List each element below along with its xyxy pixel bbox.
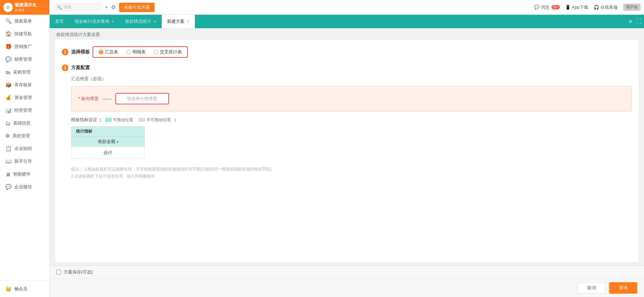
- tabs-right-controls: ✕ ⛶: [628, 18, 644, 25]
- tab-bank[interactable]: 现金银行流水查询 ✕: [69, 15, 120, 28]
- download-icon: 📱: [565, 5, 571, 10]
- tabs-close-icon[interactable]: ✕: [628, 18, 633, 25]
- notification-item[interactable]: 💬 消息 99+: [534, 4, 560, 10]
- step2-header: 2 方案配置: [62, 64, 632, 71]
- sidebar-item-search[interactable]: 🔍 搜索菜单: [0, 15, 49, 28]
- operations-icon: 📊: [5, 107, 12, 113]
- template-radio-group: 汇总表 明细表 交叉统计表: [93, 46, 188, 58]
- logo-icon: B: [3, 3, 13, 12]
- finance-icon: 💰: [5, 95, 12, 101]
- step1-section: 1 选择模板 汇总表 明细表 交: [62, 46, 632, 58]
- logo-text: 畅捷通好生: [15, 2, 37, 8]
- tips-area: 提示： 1.拖动标题栏可以调整布局，不可跨维度或指标区域拖动栏目字段(只能在同一…: [71, 166, 632, 179]
- tab-collection-close[interactable]: ✕: [153, 15, 156, 28]
- member-icon: 👑: [5, 286, 12, 292]
- dimension-selector[interactable]: 请选择分组维度: [115, 93, 169, 104]
- tab-bar: 首页 现金银行流水查询 ✕ 收款情况统计 ✕ 新建方案 ✕ ✕ ⛶: [50, 15, 644, 28]
- step1-title: 选择模板: [71, 49, 90, 55]
- tab-new-plan-close[interactable]: ✕: [186, 15, 190, 28]
- sidebar-item-base[interactable]: 🗂 基础信息: [0, 117, 49, 130]
- legend-fixed: 不可拖动位置: [139, 117, 171, 123]
- vertical-label: * 纵向维度: [78, 96, 99, 102]
- footer-bar: 取消 查询: [50, 279, 644, 297]
- purchase-icon: 🛍: [5, 69, 10, 75]
- vertical-dimension-row: * 纵向维度 —— 请选择分组维度: [78, 93, 625, 104]
- hardware-icon: 🖥: [5, 171, 10, 177]
- save-area: 方案保存(可选): [50, 265, 644, 279]
- tab-home-label: 首页: [55, 15, 64, 28]
- radio-detail-circle: [126, 50, 131, 54]
- sales-icon: 💬: [5, 56, 12, 62]
- sidebar-item-finance[interactable]: 💰 资金管理: [0, 91, 49, 104]
- sidebar-item-newbie[interactable]: 📖 新手引导: [0, 155, 49, 168]
- notification-icon: 💬: [534, 5, 539, 10]
- caret-icon: ▾: [117, 140, 118, 144]
- topbar-right: 💬 消息 99+ 📱 App下载 🎧 在线客服 用户名: [534, 4, 641, 11]
- tip2: 2.点击标题栏下拉可设置排序、插入列和删除列: [71, 174, 632, 179]
- sidebar-item-inventory[interactable]: 📦 库存核算: [0, 79, 49, 91]
- main-area: 🔍 搜索 ▾ ⚙ 体验行业方案 💬 消息 99+ 📱 App下载 🎧 在线客服 …: [50, 0, 644, 297]
- tab-collection-label: 收款情况统计: [125, 15, 151, 28]
- sidebar-item-hardware[interactable]: 🖥 智能硬件: [0, 168, 49, 181]
- radio-cross[interactable]: 交叉统计表: [154, 49, 182, 55]
- tab-new-plan[interactable]: 新建方案 ✕: [162, 15, 195, 28]
- breadcrumb: 收款情况统计方案设置: [56, 32, 100, 37]
- sidebar-item-wechat[interactable]: 💬 企业微信: [0, 181, 49, 193]
- page-body: 1 选择模板 汇总表 明细表 交: [55, 40, 639, 262]
- tab-bank-close[interactable]: ✕: [111, 15, 114, 28]
- newbie-icon: 📖: [5, 158, 12, 164]
- page-header: 收款情况统计方案设置: [50, 28, 644, 40]
- search-icon: 🔍: [5, 18, 12, 24]
- sidebar-item-member[interactable]: 👑 畅会员: [0, 284, 49, 294]
- tab-home[interactable]: 首页: [50, 15, 69, 28]
- sidebar-item-enterprise[interactable]: 📋 企业协同: [0, 142, 49, 155]
- home-icon: 🏠: [5, 31, 12, 37]
- query-button[interactable]: 查询: [609, 282, 637, 294]
- legend-movable: 可拖动位置: [105, 117, 133, 123]
- step1-header: 1 选择模板 汇总表 明细表 交: [62, 46, 632, 58]
- tip1: 提示： 1.拖动标题栏可以调整布局，不可跨维度或指标区域拖动栏目字段(只能在同一…: [71, 166, 632, 172]
- notification-badge: 99+: [551, 5, 560, 9]
- system-icon: ⚙: [5, 133, 10, 139]
- step2-section: 2 方案配置 汇总维度（必选） * 纵向维度 —— 请选择分组维度: [62, 64, 632, 179]
- step1-number: 1: [62, 49, 68, 55]
- sidebar-bottom: 👑 畅会员: [0, 281, 49, 297]
- topbar-dropdown-arrow[interactable]: ▾: [105, 5, 108, 10]
- sidebar-item-quicknav[interactable]: 🏠 快捷导航: [0, 28, 49, 40]
- sidebar-item-marketing[interactable]: 🎁 营销推广: [0, 40, 49, 53]
- tabs-expand-icon[interactable]: ⛶: [636, 18, 641, 24]
- search-icon-topbar: 🔍: [57, 5, 62, 10]
- sidebar-item-sales[interactable]: 💬 销售管理: [0, 53, 49, 66]
- arrow: ——: [103, 96, 111, 101]
- col-header[interactable]: 收款金额 ▾: [71, 136, 145, 147]
- service-item[interactable]: 🎧 在线客服: [594, 4, 618, 10]
- topbar-gear-icon[interactable]: ⚙: [111, 4, 116, 10]
- base-icon: 🗂: [5, 120, 10, 126]
- metrics-close-paren: ）: [174, 117, 178, 123]
- topbar-search[interactable]: 🔍 搜索: [53, 3, 103, 11]
- content-area: 收款情况统计方案设置 1 选择模板 汇总表 明细表: [50, 28, 644, 297]
- sidebar-logo: B 畅捷通好生 标准版: [0, 0, 49, 15]
- search-placeholder-text: 搜索: [63, 4, 71, 10]
- sidebar-item-system[interactable]: ⚙ 系统管理: [0, 130, 49, 142]
- wechat-icon: 💬: [5, 184, 12, 190]
- sidebar-item-operations[interactable]: 📊 经营管理: [0, 104, 49, 117]
- inventory-icon: 📦: [5, 82, 12, 88]
- sidebar-item-purchase[interactable]: 🛍 采购管理: [0, 66, 49, 79]
- service-icon: 🎧: [594, 5, 599, 10]
- radio-summary[interactable]: 汇总表: [99, 49, 118, 55]
- radio-detail[interactable]: 明细表: [126, 49, 146, 55]
- trial-button[interactable]: 体验行业方案: [119, 3, 155, 12]
- enterprise-icon: 📋: [5, 146, 12, 152]
- user-avatar[interactable]: 用户名: [623, 4, 641, 11]
- metrics-section-label: 统计指标: [71, 127, 145, 136]
- cancel-button[interactable]: 取消: [578, 282, 606, 294]
- tab-collection[interactable]: 收款情况统计 ✕: [120, 15, 162, 28]
- save-checkbox[interactable]: [56, 270, 61, 275]
- tab-new-plan-label: 新建方案: [167, 15, 184, 28]
- save-label: 方案保存(可选): [64, 269, 93, 275]
- topbar: 🔍 搜索 ▾ ⚙ 体验行业方案 💬 消息 99+ 📱 App下载 🎧 在线客服 …: [50, 0, 644, 15]
- metrics-header: 模板指标设定（ 可拖动位置 不可拖动位置 ）: [71, 117, 632, 123]
- logo-sub: 标准版: [15, 8, 37, 13]
- download-item[interactable]: 📱 App下载: [565, 4, 588, 10]
